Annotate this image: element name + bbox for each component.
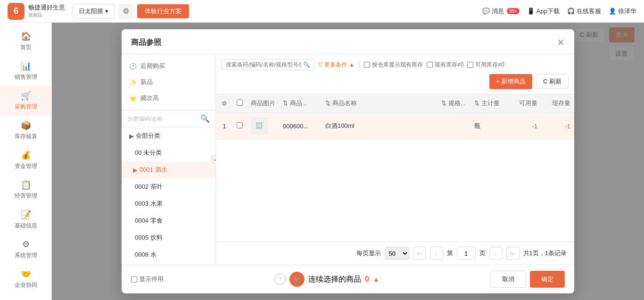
th-checkbox (233, 94, 247, 113)
product-search-input[interactable] (226, 61, 301, 68)
table-header-row: ⚙ 商品图片 (216, 94, 574, 113)
category-search-input[interactable] (127, 116, 198, 122)
finance-icon: 💰 (21, 150, 31, 160)
select-all-checkbox[interactable] (237, 100, 243, 106)
sort-icon: ⇅ (325, 100, 330, 107)
sidebar-item-enterprise[interactable]: 🤝 企业协同 (0, 264, 51, 294)
sidebar-item-system[interactable]: ⚙ 系统管理 (0, 234, 51, 264)
category-appliance[interactable]: 0010 家电 (122, 263, 215, 265)
sidebar-item-label: 库存核算 (15, 133, 37, 141)
sidebar-item-basic-info[interactable]: 📝 基础信息 (0, 205, 51, 234)
collapse-arrow-icon[interactable]: ▲ (373, 275, 380, 283)
product-data-table: ⚙ 商品图片 (216, 94, 574, 140)
modal-body: 🕐 近期购买 ✨ 新品 ⭐ 频次高 (122, 54, 574, 265)
page-number-input[interactable] (457, 247, 476, 260)
category-beverage[interactable]: 0005 饮料 (122, 229, 215, 246)
help-icon[interactable]: ? (274, 274, 286, 285)
category-all[interactable]: ▶ 全部分类 (122, 127, 215, 144)
last-page-btn[interactable]: ⊫ (506, 247, 520, 260)
category-panel: 🕐 近期购买 ✨ 新品 ⭐ 频次高 (122, 54, 216, 265)
checkbox-available-ne0-label[interactable]: 现有库存≠0 (427, 61, 463, 69)
gear-icon[interactable]: ⚙ (118, 4, 133, 19)
tab-recent-purchase[interactable]: 🕐 近期购买 (122, 58, 215, 74)
show-disabled-label[interactable]: 显示停用 (131, 275, 164, 283)
system-icon: ⚙ (22, 239, 30, 250)
sidebar-item-purchase[interactable]: 🛒 采购管理 (0, 86, 51, 116)
sidebar-item-sales[interactable]: 📊 销售管理 (0, 56, 51, 86)
row-checkbox[interactable] (237, 122, 243, 128)
cart-icon-btn[interactable]: 🛒 (289, 272, 305, 287)
sidebar-item-label: 首页 (20, 43, 32, 51)
th-spec[interactable]: ⇅ 规格... (438, 94, 471, 113)
row-index: 1 (216, 113, 233, 140)
user-name: 徐泽华 (618, 7, 636, 16)
modal-overlay: 商品参照 ✕ 🕐 近期购买 ✨ (52, 23, 644, 300)
checkbox-usable-text: 可用库存≠0 (475, 61, 504, 69)
page-size-select[interactable]: 20 50 100 (385, 247, 409, 260)
row-code: 000600... (279, 113, 322, 140)
checkbox-usable-ne0[interactable] (467, 62, 473, 68)
sidebar-item-label: 企业协同 (15, 281, 37, 289)
search-icon: 🔍 (303, 61, 310, 68)
checkbox-warehouse-text: 按仓库显示现有库存 (372, 61, 423, 69)
footer-btns: 取消 确定 (490, 271, 565, 288)
message-icon: 💬 (482, 8, 490, 15)
category-tea[interactable]: 0002 茶叶 (122, 178, 215, 195)
category-liquor[interactable]: ▶ 0001 酒水 (122, 161, 215, 178)
sidebar-item-operations[interactable]: 📋 经营管理 (0, 175, 51, 205)
logo-text: 畅捷通好生意 (28, 4, 65, 12)
row-stock: -1 (541, 113, 574, 140)
app-download-btn[interactable]: 📱 App下载 (527, 7, 560, 16)
category-uncategorized[interactable]: 00 未分类 (122, 144, 215, 161)
checkbox-available-ne0[interactable] (427, 62, 433, 68)
sort-icon: ⇅ (283, 100, 288, 107)
sidebar-item-guide[interactable]: 📖 新手引导 (0, 294, 51, 300)
checkbox-usable-ne0-label[interactable]: 可用库存≠0 (467, 61, 504, 69)
filter-btn[interactable]: ▽ 更多条件 ▲ (318, 61, 355, 69)
main-layout: 🏠 首页 📊 销售管理 🛒 采购管理 📦 库存核算 💰 资金管理 📋 经营管理 … (0, 23, 644, 300)
prev-page-btn[interactable]: ‹ (430, 247, 443, 260)
confirm-button[interactable]: 确定 (530, 271, 565, 288)
sidebar-item-inventory[interactable]: 📦 库存核算 (0, 116, 51, 145)
category-water[interactable]: 0008 水 (122, 246, 215, 263)
checkbox-available-text: 现有库存≠0 (435, 61, 463, 69)
phone-icon: 📱 (527, 8, 535, 15)
footer-center: ? 🛒 连续选择的商品 0 ▲ (274, 272, 380, 287)
row-image: 🖼 (247, 113, 279, 140)
th-gear[interactable]: ⚙ (216, 94, 233, 113)
checkbox-warehouse[interactable] (364, 62, 370, 68)
next-page-btn[interactable]: › (489, 247, 503, 260)
online-service-btn[interactable]: 🎧 在线客服 (567, 7, 601, 16)
nav-dropdown[interactable]: 日太阳膜 ▾ (73, 4, 115, 19)
sort-icon: ⇅ (441, 100, 446, 107)
active-arrow: ▶ (133, 167, 138, 174)
close-icon[interactable]: ✕ (557, 37, 565, 48)
show-disabled-checkbox[interactable] (131, 276, 137, 283)
message-btn[interactable]: 💬 消息 99+ (482, 7, 520, 16)
cancel-button[interactable]: 取消 (490, 271, 526, 288)
table-row[interactable]: 1 🖼 (216, 113, 574, 140)
modal-title: 商品参照 (131, 38, 161, 48)
page-label-end: 页 (479, 249, 486, 258)
category-fruit[interactable]: 0003 水果 (122, 195, 215, 212)
trial-button[interactable]: 体验行业方案 (137, 4, 189, 18)
refresh-btn[interactable]: C 刷新 (536, 74, 569, 89)
tab-new-products[interactable]: ✨ 新品 (122, 74, 215, 90)
category-snack[interactable]: 0004 零食 (122, 212, 215, 229)
add-product-btn[interactable]: + 新增商品 (489, 74, 532, 89)
th-unit[interactable]: ⇅ 主计量 (471, 94, 504, 113)
first-page-btn[interactable]: ⊨ (413, 247, 426, 260)
th-code[interactable]: ⇅ 商品... (279, 94, 322, 113)
top-nav: 6 畅捷通好生意 旗舰版 日太阳膜 ▾ ⚙ 体验行业方案 💬 消息 99+ 📱 … (0, 0, 644, 23)
category-label: 0002 茶叶 (135, 183, 163, 191)
user-menu-btn[interactable]: 👤 徐泽华 (609, 7, 636, 16)
tab-high-frequency[interactable]: ⭐ 频次高 (122, 90, 215, 106)
modal-header: 商品参照 ✕ (122, 29, 574, 54)
category-label: 0001 酒水 (140, 166, 167, 174)
sidebar-item-home[interactable]: 🏠 首页 (0, 26, 51, 56)
checkbox-warehouse-label[interactable]: 按仓库显示现有库存 (364, 61, 423, 69)
sidebar-item-finance[interactable]: 💰 资金管理 (0, 145, 51, 175)
logo-icon: 6 (8, 3, 25, 20)
th-name[interactable]: ⇅ 商品名称 (322, 94, 438, 113)
logo: 6 畅捷通好生意 旗舰版 (8, 3, 65, 20)
